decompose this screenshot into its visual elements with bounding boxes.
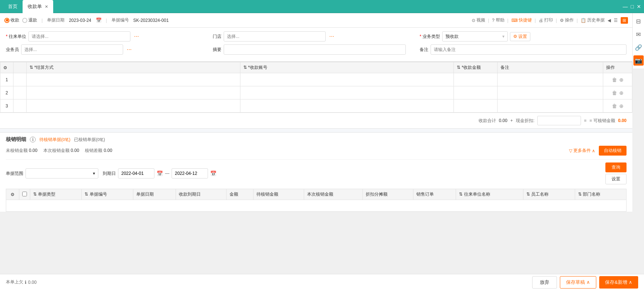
panel-mail-icon[interactable]: ✉	[633, 29, 644, 39]
history-btn[interactable]: 📋 历史单据	[581, 17, 605, 23]
summary-input[interactable]	[224, 44, 406, 55]
row-1-delete-icon[interactable]: 🗑	[612, 77, 617, 83]
row-2-copy-icon[interactable]: ⊕	[619, 90, 624, 96]
panel-link-icon[interactable]: 🔗	[633, 42, 644, 52]
filter-icon: ▽	[569, 148, 572, 153]
radio-receipt[interactable]: 收款	[4, 17, 19, 23]
main-content: 收款 退款 | 单据日期 2023-03-24 📅 | 单据编号 SK-2023…	[0, 13, 644, 274]
row-3-amount[interactable]	[454, 99, 498, 113]
more-filter-btn[interactable]: ▽ 更多条件 ∧	[569, 148, 595, 154]
nav-prev-icon[interactable]: ◀	[608, 18, 611, 23]
footer-actions: 放弃 保存草稿 ∧ 保存&新增 ∧	[532, 276, 638, 289]
auto-reconcile-btn[interactable]: 自动核销	[599, 146, 627, 156]
tab-bar: 首页 收款单 ✕ — □ ✕	[0, 0, 644, 13]
panel-screenshot-icon[interactable]: 📷	[633, 55, 644, 66]
range-select[interactable]	[25, 168, 98, 179]
counterparty-more-icon[interactable]: ···	[133, 33, 140, 40]
right-panel: ⊟ ✉ 🔗 📷	[632, 13, 644, 68]
filter-settings-btn[interactable]: 设置	[605, 174, 627, 184]
current-stat: 本次核销金额 0.00	[43, 148, 79, 154]
radio-receipt-label: 收款	[11, 17, 19, 23]
row-1-account[interactable]	[240, 73, 454, 86]
save-new-arrow-icon[interactable]: ∧	[629, 279, 632, 285]
row-3-copy-icon[interactable]: ⊕	[619, 103, 624, 109]
salesperson-more-icon[interactable]: ···	[125, 46, 133, 53]
video-btn[interactable]: ⊙ 视频	[472, 17, 485, 23]
date-to-calendar-icon[interactable]: 📅	[210, 171, 216, 176]
row-3-actions: 🗑 ⊕	[603, 99, 632, 113]
date-value: 2023-03-24	[69, 18, 91, 23]
row-3-delete-icon[interactable]: 🗑	[612, 103, 617, 109]
nav-expand-icon[interactable]: ⊞	[621, 17, 628, 24]
row-2-payment[interactable]	[27, 86, 240, 99]
row-1-copy-icon[interactable]: ⊕	[619, 77, 624, 83]
reconcile-info-icon[interactable]: ℹ	[30, 137, 36, 142]
save-new-btn[interactable]: 保存&新增 ∧	[599, 276, 638, 289]
settings-btn[interactable]: ⚙ 设置	[510, 32, 530, 41]
radio-refund-circle	[22, 18, 27, 23]
salesperson-input[interactable]	[21, 44, 123, 55]
store-more-icon[interactable]: ···	[328, 33, 335, 40]
nav-list-icon[interactable]: ☰	[614, 18, 618, 23]
shortcut-btn[interactable]: ⌨ 快捷键	[511, 17, 532, 23]
doc-number-label: 单据编号	[111, 17, 129, 23]
footer: 本单上欠 ℹ 0.00 放弃 保存草稿 ∧ 保存&新增 ∧	[0, 274, 644, 290]
close-button[interactable]: ✕	[637, 4, 641, 9]
result-value: 0.00	[618, 118, 627, 123]
business-type-label: 业务类型	[420, 34, 440, 40]
row-3-notes[interactable]	[498, 99, 603, 113]
salesperson-field: 业务员 ···	[6, 44, 213, 55]
draft-btn[interactable]: 保存草稿 ∧	[560, 276, 596, 289]
col-amount: ⇅ *收款金额	[454, 62, 498, 73]
pending-tab[interactable]: 待核销单据(0笔)	[39, 137, 70, 143]
business-type-select[interactable]: 预收款	[442, 31, 508, 42]
operate-btn[interactable]: ⚙ 操作	[560, 17, 574, 23]
row-3-account[interactable]	[240, 99, 454, 113]
total-label: 收款合计	[479, 118, 496, 124]
tab-receipt[interactable]: 收款单 ✕	[23, 0, 53, 13]
diff-stat: 核销差额 0.00	[85, 148, 112, 154]
row-1-notes[interactable]	[498, 73, 603, 86]
select-all-checkbox[interactable]	[22, 192, 27, 196]
notes-label: 备注	[420, 47, 428, 53]
row-2-account[interactable]	[240, 86, 454, 99]
row-3-payment[interactable]	[27, 99, 240, 113]
print-btn[interactable]: 🖨 打印	[539, 17, 553, 23]
doc-number-value: SK-20230324-001	[133, 18, 169, 23]
panel-table-icon[interactable]: ⊟	[633, 16, 644, 26]
tab-close-icon[interactable]: ✕	[45, 4, 48, 9]
due-date-label: 到期日	[103, 171, 116, 177]
calendar-icon[interactable]: 📅	[96, 17, 102, 23]
receipt-type-group: 收款 退款	[4, 17, 37, 23]
row-1-payment[interactable]	[27, 73, 240, 86]
query-btn[interactable]: 查询	[605, 162, 627, 172]
col-settings[interactable]: ⚙	[0, 62, 13, 73]
tab-home[interactable]: 首页	[3, 0, 23, 13]
maximize-button[interactable]: □	[631, 4, 634, 9]
col-actions: 操作	[603, 62, 632, 73]
row-2-amount[interactable]	[454, 86, 498, 99]
row-2-notes[interactable]	[498, 86, 603, 99]
notes-input[interactable]	[431, 44, 627, 55]
draft-arrow-icon[interactable]: ∧	[586, 279, 590, 285]
row-2-actions: 🗑 ⊕	[603, 86, 632, 99]
bottom-table-wrap: ⚙ ⇅ 单据类型 ⇅ 单据编号 单据日期 收款到期日 金额 待	[6, 189, 627, 212]
reconcile-stats: 未核销金额 0.00 本次核销金额 0.00 核销差额 0.00 ▽ 更多条件 …	[6, 146, 627, 156]
counterparty-input[interactable]	[28, 31, 130, 42]
row-1-amount[interactable]	[454, 73, 498, 86]
help-btn[interactable]: ? 帮助	[492, 17, 504, 23]
date-to-input[interactable]	[172, 168, 208, 179]
store-input[interactable]	[224, 31, 326, 42]
abandon-btn[interactable]: 放弃	[532, 276, 557, 289]
date-from-calendar-icon[interactable]: 📅	[157, 171, 163, 176]
radio-refund[interactable]: 退款	[22, 17, 37, 23]
date-from-input[interactable]	[118, 168, 154, 179]
done-tab[interactable]: 已核销单据(0笔)	[74, 137, 105, 143]
row-2-delete-icon[interactable]: 🗑	[612, 90, 617, 96]
bt-col-settings[interactable]: ⚙	[6, 189, 19, 200]
discount-input[interactable]	[537, 116, 581, 125]
bt-col-counterparty: ⇅ 往来单位名称	[456, 189, 523, 200]
settings-icon: ⚙	[513, 34, 517, 39]
minimize-button[interactable]: —	[623, 4, 628, 9]
bt-col-pending: 待核销金额	[254, 189, 304, 200]
